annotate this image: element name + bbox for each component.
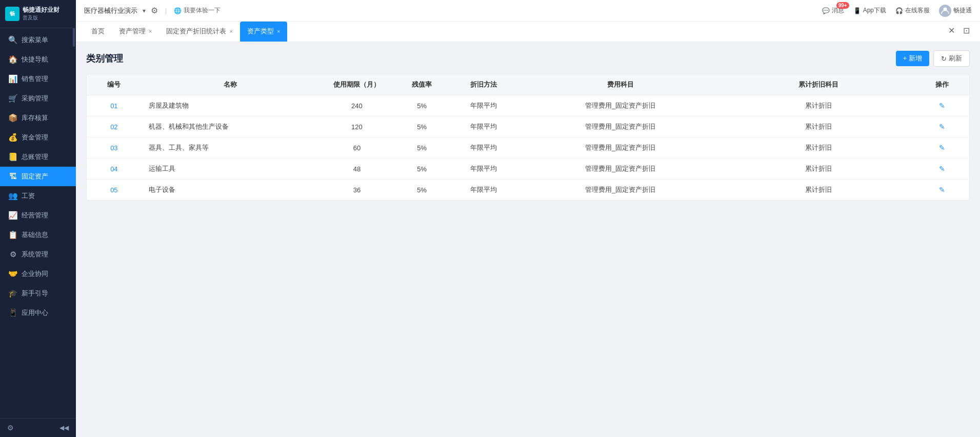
sidebar-item-payroll[interactable]: 👥 工资 [0, 186, 76, 206]
sidebar-item-label: 采购管理 [22, 94, 48, 103]
sidebar-item-label: 应用中心 [22, 308, 48, 317]
sidebar-item-funds[interactable]: 💰 资金管理 [0, 128, 76, 147]
people-icon: 👥 [8, 191, 17, 201]
cell-method: 年限平均 [449, 95, 517, 116]
sidebar-item-label: 销售管理 [22, 74, 48, 84]
sidebar-item-search[interactable]: 🔍 搜索菜单 [0, 30, 76, 50]
tabbar-right: ✕ ⊡ [946, 22, 972, 42]
table-row: 04 运输工具 48 5% 年限平均 管理费用_固定资产折旧 累计折旧 ✎ [87, 158, 969, 180]
edit-button[interactable]: ✎ [914, 116, 969, 137]
cell-method: 年限平均 [449, 180, 517, 201]
tab-asset-mgmt-label: 资产管理 [119, 27, 146, 36]
ledger-icon: 📒 [8, 152, 17, 162]
col-header-method: 折旧方法 [449, 74, 517, 95]
sidebar-header: 畅 畅捷通好业财 普及版 [0, 0, 76, 28]
app-download-label: App下载 [863, 6, 886, 15]
cell-period: 36 [319, 180, 395, 201]
sidebar-item-purchase[interactable]: 🛒 采购管理 [0, 89, 76, 108]
company-name: 医疗器械行业演示 [84, 6, 137, 15]
user-button[interactable]: 畅捷通 [939, 5, 972, 17]
tab-asset-type[interactable]: 资产类型 × [240, 22, 287, 42]
cell-expense: 管理费用_固定资产折旧 [517, 116, 723, 137]
page-actions: + 新增 ↻ 刷新 [896, 50, 970, 67]
sidebar-item-guide[interactable]: 🎓 新手引导 [0, 284, 76, 303]
sidebar-item-quick-nav[interactable]: 🏠 快捷导航 [0, 50, 76, 69]
cell-residual: 5% [394, 180, 449, 201]
sidebar-item-label: 总账管理 [22, 152, 48, 162]
main-content: 医疗器械行业演示 ▾ ⚙ | 🌐 我要体验一下 💬 消息 99+ 📱 App下载… [76, 0, 980, 437]
tab-depreciation-report[interactable]: 固定资产折旧统计表 × [159, 22, 239, 42]
tab-asset-type-close[interactable]: × [277, 28, 280, 34]
trial-button[interactable]: 🌐 我要体验一下 [174, 6, 221, 15]
collapse-icon[interactable]: ◀◀ [59, 424, 69, 431]
cell-accum: 累计折旧 [723, 95, 915, 116]
sidebar-item-basic-info[interactable]: 📋 基础信息 [0, 225, 76, 245]
cell-expense: 管理费用_固定资产折旧 [517, 158, 723, 180]
trial-icon: 🌐 [174, 7, 182, 14]
sidebar-item-label: 库存核算 [22, 113, 48, 123]
sidebar-nav: 🔍 搜索菜单 🏠 快捷导航 📊 销售管理 🛒 采购管理 📦 库存核算 💰 资金管… [0, 28, 76, 418]
cell-accum: 累计折旧 [723, 137, 915, 158]
edit-button[interactable]: ✎ [914, 180, 969, 201]
col-header-code: 编号 [87, 74, 142, 95]
sidebar-item-app-center[interactable]: 📱 应用中心 [0, 303, 76, 323]
cell-code: 01 [87, 95, 142, 116]
support-button[interactable]: 🎧 在线客服 [895, 6, 930, 15]
tab-close-icon[interactable]: ✕ [946, 24, 957, 37]
building-icon: 🏗 [8, 172, 17, 181]
sidebar: 畅 畅捷通好业财 普及版 🔍 搜索菜单 🏠 快捷导航 📊 销售管理 🛒 采购管理… [0, 0, 76, 437]
sidebar-item-operations[interactable]: 📈 经营管理 [0, 206, 76, 225]
tab-asset-mgmt[interactable]: 资产管理 × [112, 22, 159, 42]
messages-button[interactable]: 💬 消息 99+ [822, 6, 844, 15]
tab-home[interactable]: 首页 [84, 22, 112, 42]
cell-name: 房屋及建筑物 [142, 95, 319, 116]
app-download-icon: 📱 [853, 7, 861, 14]
cell-period: 60 [319, 137, 395, 158]
edit-button[interactable]: ✎ [914, 158, 969, 180]
cell-code: 05 [87, 180, 142, 201]
sidebar-item-general-ledger[interactable]: 📒 总账管理 [0, 147, 76, 167]
sidebar-item-label: 企业协同 [22, 269, 48, 279]
tab-maximize-icon[interactable]: ⊡ [961, 24, 972, 37]
page-title: 类别管理 [86, 52, 123, 65]
cell-name: 器具、工具、家具等 [142, 137, 319, 158]
cell-method: 年限平均 [449, 158, 517, 180]
col-header-expense: 费用科目 [517, 74, 723, 95]
settings-icon[interactable]: ⚙ [7, 424, 14, 432]
data-table: 编号 名称 使用期限（月） 残值率 折旧方法 费用科目 累计折旧科目 操作 01… [86, 74, 970, 201]
cell-period: 120 [319, 116, 395, 137]
cell-code: 03 [87, 137, 142, 158]
tab-asset-mgmt-close[interactable]: × [149, 28, 152, 34]
col-header-residual: 残值率 [394, 74, 449, 95]
trend-icon: 📈 [8, 211, 17, 220]
sidebar-item-label: 新手引导 [22, 289, 48, 298]
sidebar-item-label: 工资 [22, 191, 35, 201]
sidebar-item-enterprise[interactable]: 🤝 企业协同 [0, 264, 76, 284]
user-label: 畅捷通 [953, 6, 972, 15]
col-header-period: 使用期限（月） [319, 74, 395, 95]
company-dropdown-icon[interactable]: ▾ [143, 7, 146, 14]
cell-expense: 管理费用_固定资产折旧 [517, 180, 723, 201]
cell-residual: 5% [394, 158, 449, 180]
handshake-icon: 🤝 [8, 269, 17, 279]
sidebar-item-sales[interactable]: 📊 销售管理 [0, 69, 76, 89]
new-button[interactable]: + 新增 [896, 51, 929, 66]
company-settings-icon[interactable]: ⚙ [151, 6, 158, 15]
sidebar-item-fixed-assets[interactable]: 🏗 固定资产 [0, 167, 76, 186]
graduation-icon: 🎓 [8, 289, 17, 298]
sidebar-item-inventory[interactable]: 📦 库存核算 [0, 108, 76, 128]
refresh-button[interactable]: ↻ 刷新 [933, 50, 970, 67]
topbar: 医疗器械行业演示 ▾ ⚙ | 🌐 我要体验一下 💬 消息 99+ 📱 App下载… [76, 0, 980, 22]
tab-depreciation-close[interactable]: × [229, 28, 232, 34]
edit-button[interactable]: ✎ [914, 137, 969, 158]
cell-period: 240 [319, 95, 395, 116]
tab-depreciation-label: 固定资产折旧统计表 [166, 27, 226, 36]
clipboard-icon: 📋 [8, 230, 17, 240]
edit-button[interactable]: ✎ [914, 95, 969, 116]
tab-home-label: 首页 [91, 27, 105, 36]
topbar-left: 医疗器械行业演示 ▾ ⚙ | 🌐 我要体验一下 [84, 6, 221, 15]
app-download-button[interactable]: 📱 App下载 [853, 6, 886, 15]
sidebar-item-system[interactable]: ⚙ 系统管理 [0, 245, 76, 264]
topbar-right: 💬 消息 99+ 📱 App下载 🎧 在线客服 畅捷通 [822, 5, 972, 17]
sidebar-item-label: 快捷导航 [22, 55, 48, 64]
